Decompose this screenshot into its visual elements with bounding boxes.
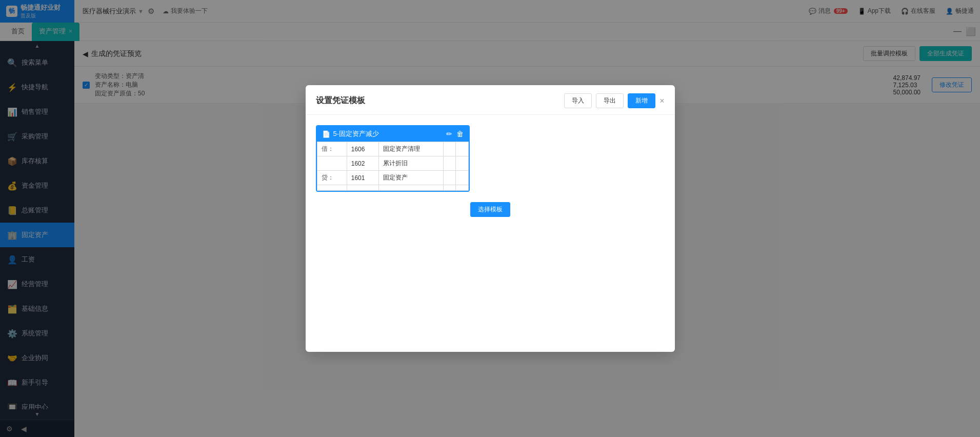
modal-close-button[interactable]: × <box>659 93 664 108</box>
template-entries-table: 借： 1606 固定资产清理 1602 累计折旧 <box>317 142 469 191</box>
modal-title: 设置凭证模板 <box>316 95 365 106</box>
template-name: 5-固定资产减少 <box>333 129 379 138</box>
modal-set-template: 设置凭证模板 导入 导出 新增 × 📄 5-固定资产减少 ✏ 🗑 <box>306 85 675 352</box>
select-template-button[interactable]: 选择模板 <box>470 202 510 217</box>
entry-account-0: 固定资产清理 <box>378 142 443 156</box>
table-row: 借： 1606 固定资产清理 <box>317 142 468 156</box>
table-row: 贷： 1601 固定资产 <box>317 171 468 185</box>
entry-extra-1 <box>444 156 456 171</box>
modal-toolbar: 导入 导出 新增 × <box>564 93 664 108</box>
entry-account-1: 累计折旧 <box>378 156 443 171</box>
template-delete-icon[interactable]: 🗑 <box>456 130 464 138</box>
entry-extra-0 <box>444 142 456 156</box>
entry-code-0: 1606 <box>347 142 378 156</box>
entry-type-1 <box>317 156 347 171</box>
template-doc-icon: 📄 <box>322 130 330 138</box>
entry-extra2-2 <box>456 171 468 185</box>
entry-code-2: 1601 <box>347 171 378 185</box>
modal-header: 设置凭证模板 导入 导出 新增 × <box>306 85 675 115</box>
modal-overlay: 设置凭证模板 导入 导出 新增 × 📄 5-固定资产减少 ✏ 🗑 <box>0 0 980 437</box>
entry-extra2-0 <box>456 142 468 156</box>
entry-type-0: 借： <box>317 142 347 156</box>
entry-extra2-3 <box>456 185 468 191</box>
template-edit-icon[interactable]: ✏ <box>446 130 452 138</box>
entry-account-2: 固定资产 <box>378 171 443 185</box>
entry-type-3 <box>317 185 347 191</box>
entry-extra-2 <box>444 171 456 185</box>
import-button[interactable]: 导入 <box>564 93 592 108</box>
modal-body: 📄 5-固定资产减少 ✏ 🗑 借： 1606 固定资产清理 <box>306 115 675 352</box>
entry-account-3 <box>378 185 443 191</box>
entry-code-1: 1602 <box>347 156 378 171</box>
table-row <box>317 185 468 191</box>
template-card-header: 📄 5-固定资产减少 ✏ 🗑 <box>317 126 469 142</box>
entry-extra2-1 <box>456 156 468 171</box>
entry-type-2: 贷： <box>317 171 347 185</box>
template-card-title: 📄 5-固定资产减少 <box>322 129 379 138</box>
table-row: 1602 累计折旧 <box>317 156 468 171</box>
template-card-actions: ✏ 🗑 <box>446 130 464 138</box>
entry-code-3 <box>347 185 378 191</box>
export-button[interactable]: 导出 <box>596 93 624 108</box>
select-template-area: 选择模板 <box>316 202 665 217</box>
new-template-button[interactable]: 新增 <box>628 93 655 108</box>
template-card: 📄 5-固定资产减少 ✏ 🗑 借： 1606 固定资产清理 <box>316 125 470 192</box>
entry-extra-3 <box>444 185 456 191</box>
